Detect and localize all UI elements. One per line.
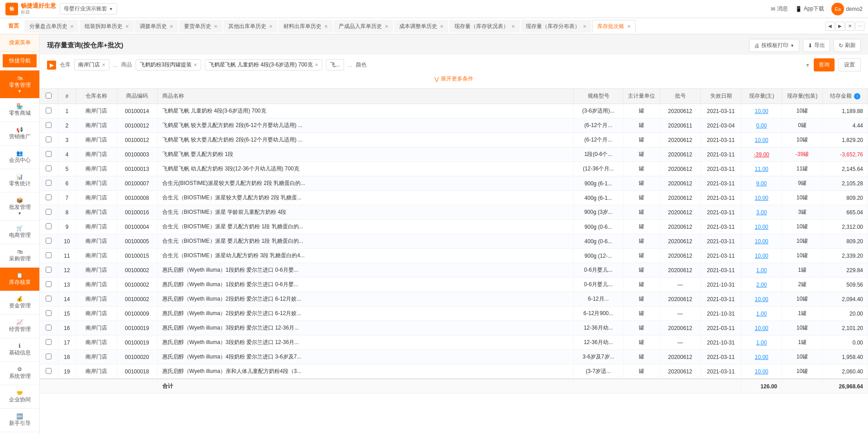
row-check[interactable] (40, 249, 58, 263)
tab-close-require[interactable]: ✕ (214, 24, 217, 29)
tab-close-inventory-dist[interactable]: ✕ (583, 24, 586, 29)
tab-close-other-out[interactable]: ✕ (269, 24, 273, 29)
row-check[interactable] (40, 234, 58, 249)
row-check[interactable] (40, 162, 58, 176)
tab-cost-adj[interactable]: 成本调整单历史 ✕ (394, 20, 448, 33)
sidebar-item-basics[interactable]: ℹ 基础信息 (0, 338, 39, 362)
sidebar-item-system[interactable]: ⚙ 系统管理 (0, 362, 39, 385)
tab-material-out[interactable]: 材料出库单历史 ✕ (278, 20, 333, 33)
sidebar-item-members[interactable]: 👥 会员中心 (0, 146, 39, 169)
nav-arrow-left[interactable]: ◀ (826, 22, 835, 31)
row-checkbox[interactable] (46, 368, 52, 374)
sidebar-item-finance[interactable]: 💰 资金管理 (0, 291, 39, 315)
expand-more-btn[interactable]: ⋁ 展开更多条件 (434, 75, 473, 83)
row-checkbox[interactable] (46, 252, 52, 258)
row-checkbox[interactable] (46, 339, 52, 345)
tab-other-out[interactable]: 其他出库单历史 ✕ (223, 20, 278, 33)
export-btn[interactable]: ⬇ 导出 (803, 39, 830, 52)
row-check[interactable] (40, 176, 58, 191)
tab-inventory-dist[interactable]: 现存量（库存分布表） ✕ (521, 20, 591, 33)
query-btn[interactable]: 查询 (814, 58, 835, 71)
sidebar-item-purchase[interactable]: 🛍 采购管理 (0, 244, 39, 268)
sidebar-item-corp[interactable]: 🤝 企业协同 (0, 385, 39, 409)
sidebar-item-operations[interactable]: 📈 经营管理 (0, 315, 39, 338)
filter-expand-btn[interactable]: ▶ (47, 61, 56, 70)
row-checkbox[interactable] (46, 223, 52, 229)
product-dots[interactable]: ... (348, 62, 352, 68)
sidebar-item-appstore[interactable]: 🔲 应用中心 (0, 432, 39, 434)
warehouse-selector[interactable]: 母婴行业演示账套 ▼ (60, 3, 117, 14)
row-checkbox[interactable] (46, 354, 52, 359)
tab-require[interactable]: 要货单历史 ✕ (179, 20, 222, 33)
row-checkbox[interactable] (46, 122, 52, 128)
sidebar-item-marketing[interactable]: 📢 营销推广 (0, 122, 39, 146)
row-checkbox[interactable] (46, 165, 52, 171)
row-check[interactable] (40, 147, 58, 162)
row-check[interactable] (40, 104, 58, 118)
tab-split[interactable]: 分量盘点单历史 ✕ (24, 20, 79, 33)
sidebar-item-inventory[interactable]: 📋 库存核算 (0, 268, 39, 291)
row-checkbox[interactable] (46, 209, 52, 215)
row-checkbox[interactable] (46, 180, 52, 186)
tab-home[interactable]: 首页 (4, 20, 24, 32)
refresh-btn[interactable]: ↻ 刷新 (834, 39, 861, 52)
row-check[interactable] (40, 292, 58, 307)
color-dropdown-icon[interactable]: ▼ (805, 62, 810, 68)
tab-close-material-out[interactable]: ✕ (324, 24, 328, 29)
row-checkbox[interactable] (46, 151, 52, 157)
sidebar-item-newbie[interactable]: 🆕 新手引导 (0, 409, 39, 432)
sidebar-item-wholesale[interactable]: 📦 批发管理 ▼ (0, 193, 39, 221)
row-checkbox[interactable] (46, 267, 52, 273)
tab-close-pick[interactable]: ✕ (170, 24, 173, 29)
row-check[interactable] (40, 307, 58, 321)
row-check[interactable] (40, 220, 58, 234)
nav-close[interactable]: ✕ (845, 22, 854, 31)
user-area[interactable]: Ea demo2 (831, 3, 863, 15)
sidebar-item-retail-stats[interactable]: 📊 零售统计 (0, 169, 39, 193)
tab-close-batch[interactable]: ✕ (627, 24, 631, 29)
row-check[interactable] (40, 364, 58, 379)
product-tag-2-close[interactable]: ✕ (315, 62, 318, 67)
select-all-checkbox[interactable] (46, 93, 52, 99)
quick-nav-btn[interactable]: 快捷导航 (3, 54, 37, 67)
row-check[interactable] (40, 350, 58, 364)
tab-close-split[interactable]: ✕ (70, 24, 74, 29)
tab-inventory-status[interactable]: 现存量（库存状况表） ✕ (449, 20, 520, 33)
row-check[interactable] (40, 335, 58, 350)
row-checkbox[interactable] (46, 137, 52, 142)
row-check[interactable] (40, 263, 58, 278)
warehouse-dots[interactable]: ... (113, 62, 118, 68)
nav-more[interactable]: ⋯ (855, 22, 864, 31)
sidebar-item-retail-shop[interactable]: 🏪 零售商城 (0, 99, 39, 122)
tab-close-cost-adj[interactable]: ✕ (440, 24, 443, 29)
settings-btn[interactable]: 设置 (838, 58, 861, 71)
tab-disassemble[interactable]: 组装拆卸单历史 ✕ (80, 20, 134, 33)
tab-pick[interactable]: 调拨单历史 ✕ (135, 20, 178, 33)
tab-close-product-in[interactable]: ✕ (385, 24, 388, 29)
tab-product-in[interactable]: 产成品入库单历史 ✕ (334, 20, 393, 33)
th-check[interactable] (40, 89, 58, 104)
sidebar-item-retail[interactable]: 🛍 零售管理 ▼ (0, 71, 39, 99)
tab-close-inventory-status[interactable]: ✕ (511, 24, 515, 29)
nav-arrow-right[interactable]: ▶ (835, 22, 844, 31)
tab-batch[interactable]: 库存批次账 ✕ (592, 20, 636, 33)
row-check[interactable] (40, 118, 58, 133)
search-single-btn[interactable]: 搜索英单 (3, 37, 37, 48)
row-check[interactable] (40, 278, 58, 292)
row-checkbox[interactable] (46, 281, 52, 287)
row-checkbox[interactable] (46, 238, 52, 244)
messages-btn[interactable]: ✉ 消息 (771, 5, 788, 13)
product-tag-1-close[interactable]: ✕ (193, 62, 197, 67)
row-checkbox[interactable] (46, 108, 52, 113)
print-btn[interactable]: 🖨 按模板打印 ▼ (749, 39, 799, 52)
row-check[interactable] (40, 205, 58, 220)
row-check[interactable] (40, 191, 58, 205)
row-checkbox[interactable] (46, 325, 52, 330)
row-check[interactable] (40, 321, 58, 335)
row-checkbox[interactable] (46, 296, 52, 302)
app-download-btn[interactable]: 📱 App下载 (795, 5, 824, 13)
row-check[interactable] (40, 133, 58, 147)
balance-info-icon[interactable]: i (854, 93, 860, 99)
row-checkbox[interactable] (46, 194, 52, 200)
tab-close-disassemble[interactable]: ✕ (125, 24, 129, 29)
